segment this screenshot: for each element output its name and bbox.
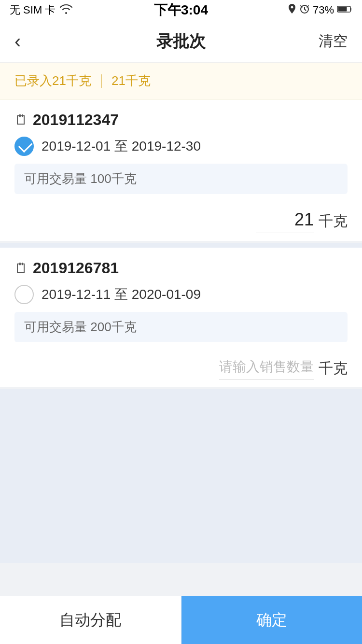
batch-date-row-2: 2019-12-11 至 2020-01-09 [0, 281, 362, 308]
quantity-placeholder-2: 请输入销售数量 [219, 359, 314, 374]
auto-distribute-button[interactable]: 自动分配 [0, 596, 181, 644]
batch-radio-2[interactable] [14, 285, 34, 304]
battery-icon [337, 4, 352, 16]
quantity-unit-2: 千克 [319, 359, 348, 378]
quantity-row-1: 21 千克 [0, 202, 362, 241]
quantity-input-2[interactable]: 请输入销售数量 [219, 358, 314, 379]
alarm-icon [299, 3, 310, 17]
page-title: 录批次 [156, 30, 206, 53]
batch-date-row-1: 2019-12-01 至 2019-12-30 [0, 133, 362, 160]
batch-doc-icon-1: 🗒 [14, 112, 28, 128]
info-banner: 已录入21千克 21千克 [0, 63, 362, 99]
wifi-icon [59, 3, 73, 17]
batch-doc-icon-2: 🗒 [14, 260, 28, 276]
svg-rect-2 [338, 7, 347, 12]
batch-radio-1[interactable] [14, 137, 34, 156]
batch-availability-2: 可用交易量 200千克 [14, 312, 348, 342]
info-recorded-label: 已录入21千克 [14, 72, 91, 89]
batch-item-2: 🗒 2019126781 2019-12-11 至 2020-01-09 可用交… [0, 248, 362, 387]
batch-availability-1: 可用交易量 100千克 [14, 164, 348, 194]
location-icon [288, 3, 296, 17]
battery-text: 73% [313, 4, 334, 16]
batch-date-2: 2019-12-11 至 2020-01-09 [42, 285, 201, 304]
quantity-row-2: 请输入销售数量 千克 [0, 350, 362, 387]
batch-id-1: 2019112347 [33, 111, 119, 129]
confirm-button[interactable]: 确定 [181, 596, 362, 644]
status-time: 下午3:04 [154, 1, 208, 19]
bottom-area [0, 389, 362, 563]
batch-header-2: 🗒 2019126781 [0, 248, 362, 281]
quantity-value-1: 21 [294, 210, 314, 229]
quantity-input-1[interactable]: 21 [256, 210, 314, 233]
batch-date-1: 2019-12-01 至 2019-12-30 [42, 137, 201, 155]
back-button[interactable]: ‹ [14, 30, 43, 52]
clear-button[interactable]: 清空 [319, 31, 348, 51]
info-divider [101, 74, 102, 88]
carrier-text: 无 SIM 卡 [10, 3, 56, 17]
status-left: 无 SIM 卡 [10, 3, 73, 17]
footer: 自动分配 确定 [0, 596, 362, 644]
status-bar: 无 SIM 卡 下午3:04 73% [0, 0, 362, 20]
quantity-unit-1: 千克 [319, 211, 348, 231]
info-value: 21千克 [111, 72, 151, 89]
status-right: 73% [288, 3, 352, 17]
nav-bar: ‹ 录批次 清空 [0, 20, 362, 63]
batch-id-2: 2019126781 [33, 259, 119, 277]
section-separator [0, 243, 362, 248]
batch-item-1: 🗒 2019112347 2019-12-01 至 2019-12-30 可用交… [0, 99, 362, 241]
batch-header-1: 🗒 2019112347 [0, 99, 362, 133]
